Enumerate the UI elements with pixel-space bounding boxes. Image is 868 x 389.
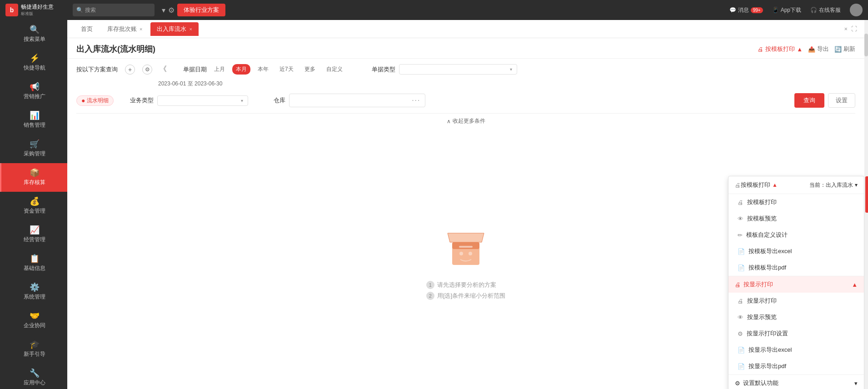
online-service-btn[interactable]: 🎧 在线客服	[810, 6, 841, 14]
panel-item-template-preview[interactable]: 👁 按模板预览	[728, 210, 864, 227]
filter-collapse-btn[interactable]: 《	[160, 65, 167, 74]
tab-home[interactable]: 首页	[75, 22, 99, 36]
sidebar-item-purchase[interactable]: 🛒 采购管理	[0, 135, 67, 163]
filter-gear-btn[interactable]: ⚙	[142, 65, 152, 75]
sidebar-item-apps[interactable]: 🔧 应用中心	[0, 364, 67, 389]
display-settings-icon: ⚙	[738, 330, 743, 337]
sidebar-item-marketing[interactable]: 📢 营销推广	[0, 77, 67, 106]
scrollbar-thumb	[864, 34, 868, 56]
date-btn-more[interactable]: 更多	[301, 64, 319, 75]
content-area: 首页 库存批次账 × 出入库流水 × × ⛶ 出入库流水(流水明细)	[67, 20, 864, 389]
template-print-btn[interactable]: 🖨 按模板打印 ▲	[758, 45, 803, 53]
panel-item-template-design[interactable]: ✏ 模板自定义设计	[728, 227, 864, 243]
export-btn[interactable]: 📤 导出	[808, 45, 829, 53]
panel-section-default-header[interactable]: ⚙ 设置默认功能 ▾	[728, 375, 864, 389]
operations-icon: 📈	[30, 226, 40, 234]
win-maximize-icon[interactable]: ⛶	[851, 25, 857, 32]
date-range-display: 2023-06-01 至 2023-06-30	[158, 80, 222, 88]
panel-item-display-excel[interactable]: 📄 按显示导出excel	[728, 342, 864, 358]
biz-type-select[interactable]: ▾	[157, 95, 248, 106]
display-pdf-icon: 📄	[738, 363, 745, 370]
header-dropdown-icon[interactable]: ▾	[162, 6, 165, 15]
header-gear-icon[interactable]: ⚙	[168, 6, 175, 15]
empty-hints: 1 请先选择要分析的方案 2 用[选]条件来缩小分析范围	[426, 281, 505, 300]
tab-close-batch[interactable]: ×	[140, 26, 142, 32]
industry-btn[interactable]: 体验行业方案	[177, 4, 225, 16]
tab-close-flow[interactable]: ×	[189, 26, 192, 32]
empty-hint-1: 1 请先选择要分析的方案	[426, 281, 505, 289]
date-btn-this-month[interactable]: 本月	[232, 64, 250, 75]
print-icon: 🖨	[758, 46, 763, 53]
empty-illustration	[439, 219, 493, 275]
win-close-icon[interactable]: ×	[844, 25, 848, 32]
panel-item-template-print[interactable]: 🖨 按模板打印	[728, 194, 864, 210]
panel-section-display-header[interactable]: 🖨 按显示打印 ▲	[728, 276, 864, 293]
panel-print-icon: 🖨	[735, 182, 741, 189]
msg-icon: 💬	[729, 7, 736, 13]
basic-icon: 📋	[30, 254, 40, 263]
refresh-icon: 🔄	[834, 46, 842, 53]
sidebar-item-guide[interactable]: 🎓 新手引导	[0, 335, 67, 364]
sidebar-item-operations[interactable]: 📈 经营管理	[0, 220, 67, 249]
page-content: 出入库流水(流水明细) 🖨 按模板打印 ▲ 📤 导出 🔄	[67, 38, 864, 389]
sidebar-item-basic[interactable]: 📋 基础信息	[0, 249, 67, 278]
purchase-icon: 🛒	[30, 140, 40, 148]
type-select[interactable]: ▾	[399, 64, 517, 75]
sidebar: 🔍 搜索菜单 ⚡ 快捷导航 📢 营销推广 📊 销售管理 🛒 采购管理 📦 库存核…	[0, 20, 67, 389]
sidebar-item-corp[interactable]: 🤝 企业协同	[0, 306, 67, 335]
filter-label: 按以下方案查询	[76, 65, 118, 74]
system-icon: ⚙️	[30, 283, 40, 291]
marketing-icon: 📢	[30, 83, 40, 91]
sidebar-item-finance[interactable]: 💰 资金管理	[0, 192, 67, 220]
filter-add-btn[interactable]: +	[125, 65, 135, 75]
page-title: 出入库流水(流水明细)	[76, 44, 155, 55]
warehouse-more-btn[interactable]: ···	[412, 96, 420, 105]
collapse-more-btn[interactable]: ∧ 收起更多条件	[76, 113, 855, 125]
date-btn-last-month[interactable]: 上月	[210, 64, 229, 75]
top-header: b 畅捷通好生意 标准版 🔍 搜索 ▾ ⚙ 体验行业方案 💬 消息 99+ 📱 …	[0, 0, 868, 20]
settings-button[interactable]: 设置	[828, 93, 855, 108]
apps-icon: 🔧	[30, 369, 40, 377]
tab-controls: × ⛶	[844, 25, 857, 32]
template-print-icon: 🖨	[738, 199, 743, 206]
chevron-up-icon: ∧	[447, 118, 451, 125]
sidebar-item-quick-nav[interactable]: ⚡ 快捷导航	[0, 49, 67, 77]
sidebar-item-sales[interactable]: 📊 销售管理	[0, 106, 67, 135]
export-icon: 📤	[808, 46, 815, 53]
panel-item-template-excel[interactable]: 📄 按模板导出excel	[728, 243, 864, 259]
date-btn-custom[interactable]: 自定义	[323, 64, 346, 75]
svg-rect-2	[459, 246, 473, 248]
panel-item-template-pdf[interactable]: 📄 按模板导出pdf	[728, 259, 864, 276]
panel-item-display-print[interactable]: 🖨 按显示打印	[728, 293, 864, 309]
inventory-icon: 📦	[30, 169, 40, 177]
sidebar-item-system[interactable]: ⚙️ 系统管理	[0, 278, 67, 306]
warehouse-select[interactable]: ···	[289, 94, 425, 107]
msg-btn[interactable]: 💬 消息 99+	[729, 6, 763, 14]
type-filter-section: 单据类型 ▾	[372, 64, 517, 75]
date-btn-this-year[interactable]: 本年	[254, 64, 272, 75]
app-download-btn[interactable]: 📱 App下载	[772, 6, 801, 14]
quick-nav-icon: ⚡	[30, 54, 40, 62]
sidebar-item-inventory[interactable]: 📦 库存核算	[0, 163, 67, 192]
query-button[interactable]: 查询	[794, 93, 824, 108]
logo-area: b 畅捷通好生意 标准版	[5, 3, 69, 17]
panel-item-display-settings[interactable]: ⚙ 按显示打印设置	[728, 325, 864, 342]
search-sidebar-icon: 🔍	[30, 25, 40, 34]
chevron-up-icon: ▲	[797, 46, 803, 53]
header-search-box[interactable]: 🔍 搜索	[73, 4, 155, 16]
date-btn-7days[interactable]: 近7天	[276, 64, 297, 75]
template-excel-icon: 📄	[738, 248, 745, 255]
sidebar-item-search[interactable]: 🔍 搜索菜单	[0, 20, 67, 49]
headset-icon: 🎧	[810, 7, 817, 13]
panel-item-display-pdf[interactable]: 📄 按显示导出pdf	[728, 358, 864, 374]
refresh-btn[interactable]: 🔄 刷新	[834, 45, 855, 53]
flow-tag[interactable]: ● 流水明细	[76, 95, 114, 106]
panel-current: 当前：出入库流水 ▾	[809, 181, 858, 189]
tab-flow[interactable]: 出入库流水 ×	[150, 22, 198, 36]
panel-item-display-preview[interactable]: 👁 按显示预览	[728, 309, 864, 325]
right-edge-bar	[865, 176, 868, 213]
user-menu[interactable]	[850, 4, 863, 16]
tab-batch[interactable]: 库存批次账 ×	[101, 22, 149, 36]
guide-icon: 🎓	[30, 340, 40, 349]
filter-row-1: 按以下方案查询 + ⚙ 《 单据日期 上月	[76, 64, 855, 75]
